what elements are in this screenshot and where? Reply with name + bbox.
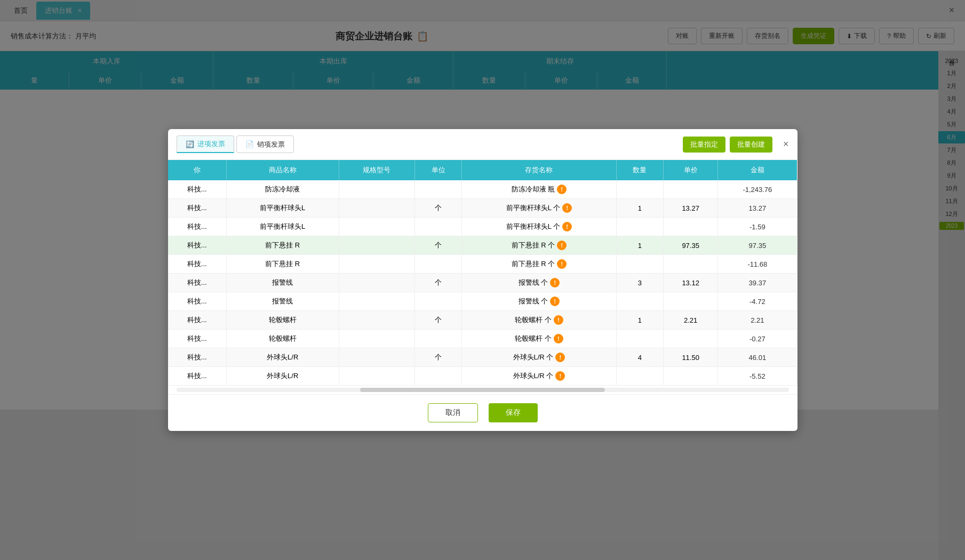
cell-price <box>664 292 718 311</box>
th-amount: 金额 <box>718 160 797 180</box>
cell-unit <box>414 292 462 311</box>
warning-icon: ! <box>550 278 560 287</box>
cell-inventory: 轮毂螺杆 个! <box>462 330 616 348</box>
cell-amount: 46.01 <box>718 348 797 367</box>
cell-amount: -4.72 <box>718 292 797 311</box>
cancel-button[interactable]: 取消 <box>428 403 478 422</box>
table-row: 科技... 前平衡杆球头L 前平衡杆球头L 个! -1.59 <box>168 218 797 236</box>
modal-tabs: 🔄 进项发票 📄 销项发票 <box>177 135 294 153</box>
modal-horizontal-scrollbar[interactable] <box>177 388 789 392</box>
th-inventory: 存货名称 <box>462 160 616 180</box>
cell-unit: 个 <box>414 199 462 218</box>
cell-company: 科技... <box>168 348 227 367</box>
modal-dialog: 🔄 进项发票 📄 销项发票 批量指定 批量创建 × 你 商 <box>168 129 797 431</box>
cell-unit <box>414 255 462 274</box>
cell-inventory: 轮毂螺杆 个! <box>462 311 616 330</box>
cell-inventory: 外球头L/R 个! <box>462 348 616 367</box>
modal-header-actions: 批量指定 批量创建 × <box>683 137 789 153</box>
batch-create-button[interactable]: 批量创建 <box>730 137 772 153</box>
cell-company: 科技... <box>168 199 227 218</box>
warning-icon: ! <box>557 259 567 269</box>
cell-product-name: 前平衡杆球头L <box>226 218 339 236</box>
cell-amount: 97.35 <box>718 236 797 255</box>
cell-unit: 个 <box>414 236 462 255</box>
table-row: 科技... 前下悬挂 R 前下悬挂 R 个! -11.68 <box>168 255 797 274</box>
cell-price <box>664 367 718 386</box>
cell-qty <box>616 255 664 274</box>
cell-unit <box>414 367 462 386</box>
cell-product-name: 外球头L/R <box>226 367 339 386</box>
cell-company: 科技... <box>168 255 227 274</box>
cell-company: 科技... <box>168 367 227 386</box>
cell-product-name: 轮毂螺杆 <box>226 330 339 348</box>
cell-spec <box>339 236 414 255</box>
cell-spec <box>339 292 414 311</box>
cell-price: 97.35 <box>664 236 718 255</box>
invoice-table-body: 科技... 防冻冷却液 防冻冷却液 瓶! -1,243.76 科技... 前平衡… <box>168 180 797 386</box>
cell-price: 11.50 <box>664 348 718 367</box>
table-row: 科技... 报警线 个 报警线 个! 3 13.12 39.37 <box>168 274 797 292</box>
cell-price <box>664 180 718 199</box>
table-header-row: 你 商品名称 规格型号 单位 存货名称 数量 单价 金额 <box>168 160 797 180</box>
cell-qty <box>616 330 664 348</box>
cell-amount: 39.37 <box>718 274 797 292</box>
cell-qty <box>616 180 664 199</box>
warning-icon: ! <box>555 353 565 362</box>
cell-spec <box>339 367 414 386</box>
cell-spec <box>339 330 414 348</box>
cell-qty: 4 <box>616 348 664 367</box>
cell-unit <box>414 180 462 199</box>
th-unit: 单位 <box>414 160 462 180</box>
tab-purchase-invoice[interactable]: 🔄 进项发票 <box>177 135 234 153</box>
warning-icon: ! <box>562 203 572 213</box>
cell-company: 科技... <box>168 330 227 348</box>
tab-sales-invoice[interactable]: 📄 销项发票 <box>236 135 294 153</box>
cell-company: 科技... <box>168 180 227 199</box>
cell-product-name: 前下悬挂 R <box>226 255 339 274</box>
modal-overlay: 🔄 进项发票 📄 销项发票 批量指定 批量创建 × 你 商 <box>0 0 965 560</box>
cell-spec <box>339 218 414 236</box>
cell-unit <box>414 330 462 348</box>
cell-product-name: 前平衡杆球头L <box>226 199 339 218</box>
cell-spec <box>339 274 414 292</box>
batch-assign-button[interactable]: 批量指定 <box>683 137 725 153</box>
cell-product-name: 外球头L/R <box>226 348 339 367</box>
cell-qty: 1 <box>616 199 664 218</box>
cell-inventory: 前平衡杆球头L 个! <box>462 199 616 218</box>
cell-inventory: 前平衡杆球头L 个! <box>462 218 616 236</box>
cell-unit: 个 <box>414 311 462 330</box>
cell-amount: -0.27 <box>718 330 797 348</box>
cell-unit: 个 <box>414 274 462 292</box>
scrollbar-thumb[interactable] <box>360 388 605 392</box>
modal-footer: 取消 保存 <box>168 394 797 431</box>
cell-spec <box>339 311 414 330</box>
modal-table-container: 你 商品名称 规格型号 单位 存货名称 数量 单价 金额 科技... 防冻冷却液 <box>168 160 797 386</box>
warning-icon: ! <box>550 297 560 306</box>
sales-tab-label: 销项发票 <box>257 140 285 149</box>
warning-icon: ! <box>554 334 563 343</box>
cell-inventory: 防冻冷却液 瓶! <box>462 180 616 199</box>
cell-company: 科技... <box>168 274 227 292</box>
cell-price: 13.12 <box>664 274 718 292</box>
modal-close-button[interactable]: × <box>783 137 789 153</box>
th-spec: 规格型号 <box>339 160 414 180</box>
cell-product-name: 报警线 <box>226 292 339 311</box>
cell-inventory: 报警线 个! <box>462 292 616 311</box>
cell-price <box>664 330 718 348</box>
th-product-name: 商品名称 <box>226 160 339 180</box>
cell-company: 科技... <box>168 311 227 330</box>
table-row: 科技... 报警线 报警线 个! -4.72 <box>168 292 797 311</box>
cell-spec <box>339 255 414 274</box>
table-row: 科技... 轮毂螺杆 轮毂螺杆 个! -0.27 <box>168 330 797 348</box>
cell-spec <box>339 348 414 367</box>
cell-inventory: 报警线 个! <box>462 274 616 292</box>
cell-price: 2.21 <box>664 311 718 330</box>
warning-icon: ! <box>562 222 572 231</box>
cell-company: 科技... <box>168 292 227 311</box>
th-price: 单价 <box>664 160 718 180</box>
save-button[interactable]: 保存 <box>489 403 538 422</box>
sales-tab-icon: 📄 <box>245 140 254 148</box>
cell-qty <box>616 367 664 386</box>
cell-qty: 1 <box>616 311 664 330</box>
warning-icon: ! <box>557 241 567 250</box>
